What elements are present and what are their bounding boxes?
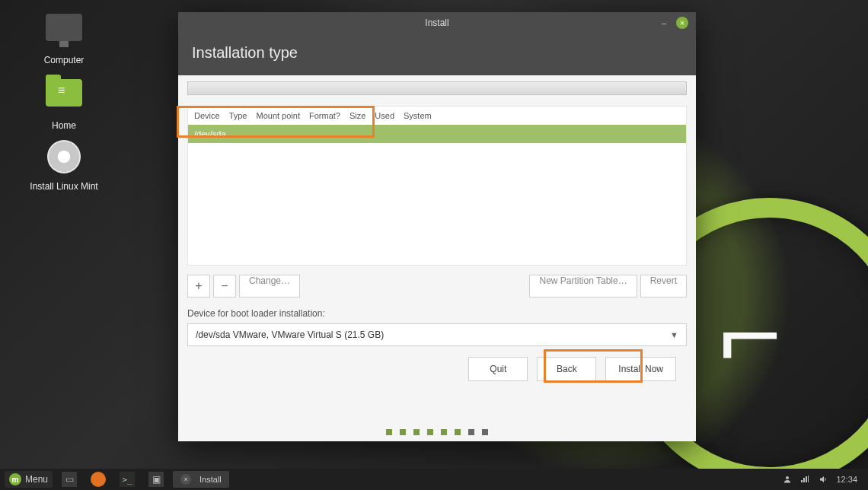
desktop-icon-label: Install Linux Mint	[18, 181, 110, 192]
svg-point-0	[786, 476, 789, 479]
bootloader-label: Device for boot loader installation:	[187, 308, 687, 319]
show-desktop-button[interactable]: ▭	[57, 471, 81, 488]
change-partition-button[interactable]: Change…	[239, 275, 300, 298]
quit-button[interactable]: Quit	[468, 357, 528, 381]
network-icon[interactable]	[799, 475, 810, 484]
computer-icon	[46, 14, 82, 41]
window-title: Install	[425, 18, 448, 28]
volume-icon[interactable]	[818, 475, 828, 484]
task-close-icon: ×	[180, 474, 191, 485]
taskbar-window-install[interactable]: × Install	[173, 471, 229, 488]
partition-table-header: Device Type Mount point Format? Size Use…	[188, 107, 686, 125]
user-icon[interactable]	[783, 475, 792, 484]
desktop-icon-label: Computer	[18, 55, 110, 65]
mint-logo-icon: m	[9, 473, 21, 485]
task-label: Install	[199, 475, 222, 484]
bootloader-device-select[interactable]: /dev/sda VMware, VMware Virtual S (21.5 …	[187, 323, 687, 346]
system-tray: 12:34	[783, 475, 863, 484]
desktop-icon-home[interactable]: Home	[18, 76, 110, 131]
desktop: ⌐ Computer Home Install Linux Mint Insta…	[0, 0, 868, 490]
partition-device-name: /dev/sda	[194, 129, 226, 138]
disk-usage-bar	[187, 81, 687, 95]
desktop-icon-computer[interactable]: Computer	[18, 14, 110, 65]
remove-partition-button[interactable]: −	[213, 275, 236, 298]
menu-label: Menu	[25, 474, 48, 485]
col-mount: Mount point	[256, 111, 299, 120]
desktop-icon-install-mint[interactable]: Install Linux Mint	[18, 140, 110, 192]
clock[interactable]: 12:34	[836, 475, 857, 484]
partition-table: Device Type Mount point Format? Size Use…	[187, 106, 687, 266]
wizard-footer: Quit Back Install Now	[187, 346, 687, 392]
window-titlebar[interactable]: Install – ×	[178, 12, 696, 33]
firefox-icon	[91, 472, 106, 487]
col-system: System	[404, 111, 432, 120]
partition-row-selected[interactable]: /dev/sda	[188, 125, 686, 143]
show-desktop-icon: ▭	[62, 472, 77, 487]
disc-icon	[47, 140, 81, 173]
install-now-button[interactable]: Install Now	[605, 357, 676, 381]
terminal-icon: >_	[120, 472, 135, 487]
new-partition-table-button[interactable]: New Partition Table…	[529, 275, 637, 298]
taskbar: m Menu ▭ >_ ▣ × Install	[0, 469, 868, 490]
partition-empty-area	[188, 143, 686, 265]
files-launcher[interactable]: ▣	[144, 471, 168, 488]
col-type: Type	[229, 111, 247, 120]
partition-edit-row: + − Change… New Partition Table… Revert	[187, 275, 687, 298]
menu-button[interactable]: m Menu	[5, 471, 53, 488]
bootloader-device-value: /dev/sda VMware, VMware Virtual S (21.5 …	[196, 329, 384, 340]
window-close-button[interactable]: ×	[676, 17, 688, 29]
terminal-launcher[interactable]: >_	[115, 471, 139, 488]
add-partition-button[interactable]: +	[187, 275, 210, 298]
firefox-launcher[interactable]	[86, 471, 110, 488]
back-button[interactable]: Back	[537, 357, 596, 381]
window-minimize-button[interactable]: –	[658, 17, 670, 29]
wizard-progress-dots	[178, 414, 696, 441]
col-format: Format?	[309, 111, 340, 120]
col-used: Used	[375, 111, 394, 120]
col-device: Device	[194, 111, 220, 120]
folder-icon	[46, 79, 82, 107]
revert-button[interactable]: Revert	[640, 275, 687, 298]
desktop-icon-label: Home	[18, 120, 110, 131]
col-size: Size	[349, 111, 365, 120]
install-window: Install – × Installation type Device Typ…	[178, 12, 696, 441]
page-heading: Installation type	[178, 33, 696, 75]
chevron-down-icon: ▼	[670, 330, 678, 339]
files-icon: ▣	[148, 472, 164, 487]
